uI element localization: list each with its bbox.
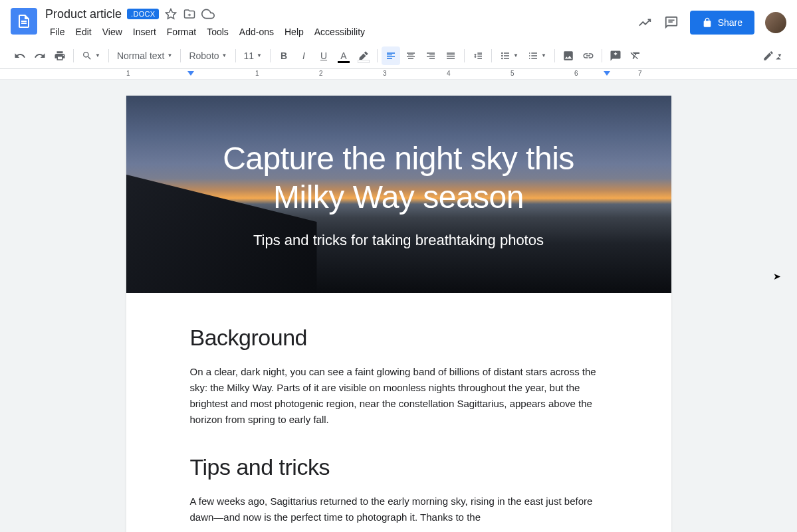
content-area[interactable]: Background On a clear, dark night, you c… [126,293,671,532]
style-dropdown[interactable]: Normal text▼ [113,46,177,65]
share-button[interactable]: Share [690,11,754,35]
svg-point-2 [501,57,503,59]
menu-bar: File Edit View Insert Format Tools Add-o… [45,24,637,40]
docs-logo[interactable] [11,8,37,35]
font-dropdown[interactable]: Roboto▼ [185,46,231,65]
menu-tools[interactable]: Tools [202,24,233,40]
indent-right-marker[interactable] [604,71,610,76]
zoom-dropdown[interactable]: ▼ [78,46,104,65]
docx-badge: .DOCX [127,9,159,19]
comments-icon[interactable] [663,15,679,31]
clear-formatting-icon[interactable] [626,46,645,65]
share-label: Share [718,17,742,28]
text-color-icon[interactable]: A [334,46,353,65]
svg-point-1 [501,54,503,56]
document-canvas[interactable]: Capture the night sky this Milky Way sea… [0,80,797,532]
hero-title[interactable]: Capture the night sky this Milky Way sea… [223,139,574,216]
menu-accessibility[interactable]: Accessibility [310,24,370,40]
menu-file[interactable]: File [45,24,70,40]
paragraph-1[interactable]: On a clear, dark night, you can see a fa… [190,364,608,428]
menu-insert[interactable]: Insert [128,24,161,40]
size-dropdown[interactable]: 11▼ [240,46,267,65]
insert-image-icon[interactable] [559,46,578,65]
line-spacing-icon[interactable] [469,46,487,65]
collapse-toolbar-icon[interactable] [770,50,786,66]
redo-icon[interactable] [31,46,49,65]
doc-title[interactable]: Product article [45,7,122,21]
hero-subtitle[interactable]: Tips and tricks for taking breathtaking … [253,232,544,249]
bold-icon[interactable]: B [275,46,293,65]
align-left-icon[interactable] [382,46,400,65]
heading-tips[interactable]: Tips and tricks [190,454,608,480]
move-icon[interactable] [183,7,196,21]
align-right-icon[interactable] [421,46,440,65]
numbered-list-icon[interactable]: ▼ [524,46,550,65]
insert-comment-icon[interactable] [606,46,625,65]
menu-help[interactable]: Help [280,24,308,40]
underline-icon[interactable]: U [314,46,333,65]
insert-link-icon[interactable] [579,46,598,65]
heading-background[interactable]: Background [190,325,608,351]
toolbar: ▼ Normal text▼ Roboto▼ 11▼ B I U A ▼ ▼ ▼ [0,43,797,69]
indent-left-marker[interactable] [187,71,194,76]
menu-edit[interactable]: Edit [71,24,96,40]
align-justify-icon[interactable] [441,46,460,65]
print-icon[interactable] [51,46,69,65]
hero-image: Capture the night sky this Milky Way sea… [126,96,671,293]
header-actions: Share [637,11,786,35]
undo-icon[interactable] [11,46,29,65]
svg-point-0 [501,52,503,54]
doc-info: Product article .DOCX File Edit View Ins… [45,5,637,40]
cloud-status-icon[interactable] [201,7,215,21]
activity-icon[interactable] [637,15,653,31]
highlight-icon[interactable] [354,46,373,65]
ruler[interactable]: 1 1 2 3 4 5 6 7 [0,69,797,80]
italic-icon[interactable]: I [294,46,313,65]
user-avatar[interactable] [765,12,786,33]
menu-format[interactable]: Format [162,24,201,40]
paragraph-2[interactable]: A few weeks ago, Sagittarius returned to… [190,493,608,525]
bulleted-list-icon[interactable]: ▼ [496,46,522,65]
page[interactable]: Capture the night sky this Milky Way sea… [126,96,671,532]
menu-view[interactable]: View [98,24,127,40]
star-icon[interactable] [164,7,177,21]
app-header: Product article .DOCX File Edit View Ins… [0,0,797,43]
menu-addons[interactable]: Add-ons [235,24,279,40]
align-center-icon[interactable] [401,46,420,65]
